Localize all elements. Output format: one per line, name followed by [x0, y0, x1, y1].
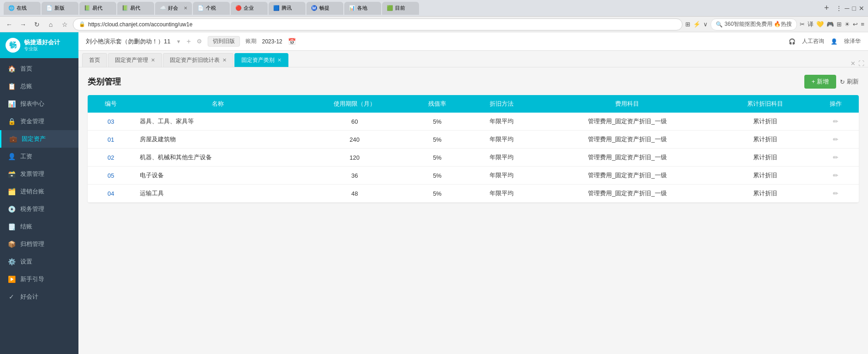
- service-icon: 🎧: [789, 38, 796, 45]
- undo-icon[interactable]: ↩: [853, 21, 858, 28]
- sidebar-item-固定资产[interactable]: 💼固定资产: [0, 130, 78, 148]
- switch-version-btn[interactable]: 切到旧版: [208, 36, 240, 47]
- refresh-icon: ↻: [840, 78, 845, 85]
- sidebar-item-总账[interactable]: 📋总账: [0, 78, 78, 95]
- service-label[interactable]: 人工咨询: [802, 37, 824, 45]
- col-header-编号: 编号: [88, 95, 134, 113]
- refresh-button[interactable]: ↻ 刷新: [840, 75, 859, 89]
- browser-tab-4[interactable]: ☁️好会✕: [155, 2, 192, 15]
- col-header-使用期限（月）: 使用期限（月）: [301, 95, 408, 113]
- browser-tab-0[interactable]: 🌐在线: [4, 2, 41, 15]
- translate-icon[interactable]: 译: [808, 20, 814, 29]
- row-action[interactable]: ✏: [812, 167, 859, 185]
- brightness-icon[interactable]: ☀: [844, 21, 850, 28]
- sidebar-label-4: 固定资产: [22, 135, 46, 143]
- browser-tab-10[interactable]: 🟩目前: [382, 2, 419, 15]
- page-body: 类别管理 + 新增 ↻ 刷新 编号名称使用期限（月）残值率折旧方法费用科目累计折…: [78, 67, 868, 354]
- browser-menu-btn[interactable]: ⋮: [836, 5, 842, 12]
- sidebar-item-税务管理[interactable]: 💿税务管理: [0, 200, 78, 218]
- row-action[interactable]: ✏: [812, 149, 859, 167]
- bookmark-btn[interactable]: ☆: [59, 19, 70, 30]
- browser-tab-6[interactable]: 🔴企业: [231, 2, 268, 15]
- search-icon: 🔍: [716, 21, 723, 28]
- grid-icon[interactable]: ⊞: [837, 21, 842, 28]
- sidebar-item-新手引导[interactable]: ▶️新手引导: [0, 270, 78, 288]
- browser-tab-7[interactable]: 🟦腾讯: [269, 2, 305, 15]
- page-tab-2[interactable]: 固定资产折旧统计表✕: [163, 53, 233, 67]
- search-bar[interactable]: 🔍 360智能抠图免费用 🔥热搜: [711, 18, 797, 30]
- calendar-icon[interactable]: 📅: [288, 38, 296, 45]
- home-btn[interactable]: ⌂: [45, 19, 56, 30]
- sidebar-item-好会计[interactable]: ✓好会计: [0, 288, 78, 306]
- add-company-btn[interactable]: +: [186, 37, 191, 46]
- row-residual: 5%: [408, 149, 467, 167]
- game-icon[interactable]: 🎮: [826, 21, 834, 28]
- lock-icon: 🔒: [79, 21, 85, 27]
- company-name: 刘小艳演示套（勿删勿动！）11: [86, 37, 170, 46]
- back-btn[interactable]: ←: [4, 19, 15, 30]
- sidebar-icon-2: 📊: [7, 100, 16, 108]
- col-header-名称: 名称: [134, 95, 301, 113]
- edit-icon[interactable]: ✏: [833, 172, 838, 179]
- sidebar-label-2: 报表中心: [20, 100, 44, 108]
- maximize-tab-icon[interactable]: ⛶: [858, 60, 864, 67]
- scissors-icon[interactable]: ✂: [800, 21, 805, 28]
- sidebar-item-归档管理[interactable]: 📦归档管理: [0, 235, 78, 253]
- edit-icon[interactable]: ✏: [833, 154, 838, 161]
- row-name: 运输工具: [134, 185, 301, 203]
- sidebar-item-结账[interactable]: 🗒️结账: [0, 218, 78, 235]
- wallet-icon[interactable]: 💛: [816, 21, 824, 28]
- reload-btn[interactable]: ↻: [31, 19, 42, 30]
- new-tab-btn[interactable]: +: [822, 3, 831, 13]
- browser-tabs: 🌐在线📄新版📗易代📗易代☁️好会✕📄个税🔴企业🟦腾讯Ⓜ️畅提📊各地🟩目前: [4, 2, 820, 15]
- row-accumulated: 累计折旧: [718, 185, 812, 203]
- expand-icon[interactable]: ∨: [703, 21, 708, 28]
- browser-tab-3[interactable]: 📗易代: [117, 2, 154, 15]
- browser-tab-9[interactable]: 📊各地: [344, 2, 381, 15]
- browser-tab-2[interactable]: 📗易代: [79, 2, 116, 15]
- close-tab-icon[interactable]: ✕: [850, 60, 856, 67]
- power-icon[interactable]: ⚡: [693, 21, 700, 28]
- url-bar[interactable]: 🔒 https://cloud.chanjet.com/accounting/u…: [73, 18, 682, 30]
- row-action[interactable]: ✏: [812, 113, 859, 131]
- sidebar-item-发票管理[interactable]: 🗃️发票管理: [0, 165, 78, 183]
- forward-btn[interactable]: →: [18, 19, 29, 30]
- edit-icon[interactable]: ✏: [833, 136, 838, 143]
- edit-icon[interactable]: ✏: [833, 118, 838, 125]
- sidebar-item-进销台账[interactable]: 🗂️进销台账: [0, 183, 78, 200]
- sidebar-item-工资[interactable]: 👤工资: [0, 148, 78, 165]
- page-tab-3[interactable]: 固定资产类别✕: [234, 53, 288, 67]
- user-avatar-icon: 👤: [831, 38, 838, 45]
- sidebar-icon-1: 📋: [7, 82, 16, 90]
- sidebar-icon-13: ✓: [7, 293, 16, 301]
- row-name: 机器、机械和其他生产设备: [134, 149, 301, 167]
- close-btn[interactable]: ✕: [859, 5, 864, 12]
- row-action[interactable]: ✏: [812, 185, 859, 203]
- browser-menu-icon[interactable]: ≡: [861, 21, 864, 28]
- tab-close-icon[interactable]: ✕: [277, 57, 281, 63]
- dropdown-icon[interactable]: ▼: [176, 39, 181, 44]
- browser-tab-1[interactable]: 📄新版: [42, 2, 78, 15]
- row-period: 240: [301, 131, 408, 149]
- page-tab-1[interactable]: 固定资产管理✕: [108, 53, 162, 67]
- browser-tab-8[interactable]: Ⓜ️畅提: [306, 2, 343, 15]
- sidebar-item-资金管理[interactable]: 🔒资金管理: [0, 113, 78, 130]
- sidebar-item-报表中心[interactable]: 📊报表中心: [0, 95, 78, 113]
- browser-tab-5[interactable]: 📄个税: [193, 2, 230, 15]
- sidebar-item-首页[interactable]: 🏠首页: [0, 60, 78, 78]
- add-button[interactable]: + 新增: [804, 75, 836, 89]
- logo-text: 畅捷通好会计 专业版: [24, 39, 60, 52]
- page-tab-0[interactable]: 首页: [82, 53, 107, 67]
- page-tab-label-0: 首页: [89, 56, 100, 64]
- minimize-btn[interactable]: ─: [845, 5, 850, 12]
- site-settings-icon[interactable]: ⊞: [685, 21, 690, 28]
- edit-icon[interactable]: ✏: [833, 190, 838, 197]
- row-action[interactable]: ✏: [812, 131, 859, 149]
- sidebar-label-12: 新手引导: [20, 275, 44, 283]
- settings-icon[interactable]: ⚙: [197, 38, 202, 45]
- tab-close-icon[interactable]: ✕: [222, 57, 227, 63]
- sidebar-item-设置[interactable]: ⚙️设置: [0, 253, 78, 270]
- maximize-btn[interactable]: □: [852, 5, 856, 12]
- tab-close-icon[interactable]: ✕: [151, 57, 155, 63]
- row-period: 48: [301, 185, 408, 203]
